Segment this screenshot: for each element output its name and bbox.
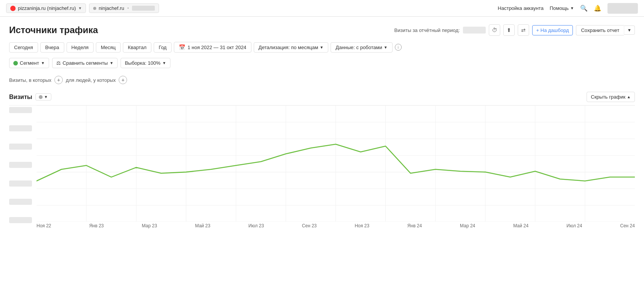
hide-chart-label: Скрыть график [591,94,625,100]
detail-chevron-icon: ▼ [320,45,323,49]
filter-yesterday[interactable]: Вчера [40,42,64,53]
filter-month[interactable]: Месяц [96,42,121,53]
chart-header: Визиты ▼ Скрыть график ▲ [9,92,635,102]
filter-bar: Сегодня Вчера Неделя Месяц Квартал Год 📅… [9,42,635,53]
nav-right: Настройка аккаунта Помощь ▼ 🔍 🔔 [498,3,638,14]
data-type-label: Данные: с роботами [336,45,382,50]
bell-icon[interactable]: 🔔 [594,5,601,12]
filter-quarter[interactable]: Квартал [123,42,151,53]
current-site-tab[interactable]: ninjachef.ru • [89,3,159,13]
filter-year[interactable]: Год [154,42,172,53]
condition-visits-text: Визиты, в которых [9,77,51,83]
chart-y-axis [9,105,37,231]
user-avatar[interactable] [607,3,638,14]
compare-segments-button[interactable]: ⚖ Сравнить сегменты ▼ [52,58,118,68]
help-chevron-icon: ▼ [570,6,574,10]
y-label-3 [9,144,32,150]
site-divider: • [127,5,129,11]
top-nav: pizzaninja.ru (ninjachef.ru) ▼ ninjachef… [0,0,644,17]
data-type-button[interactable]: Данные: с роботами ▼ [331,42,392,53]
save-report-button[interactable]: Сохранить отчет [576,25,624,35]
site-label: ninjachef.ru [99,5,124,11]
add-people-condition-button[interactable]: + [119,76,127,84]
segment-circle-icon [13,61,18,65]
chart-title: Визиты [9,94,32,101]
sample-chevron-icon: ▼ [162,61,166,65]
save-report-dropdown-button[interactable]: ▼ [624,26,635,35]
segment-label: Сегмент [20,60,39,66]
x-label-3: Май 23 [195,223,210,228]
date-range-button[interactable]: 📅 1 ноя 2022 — 31 окт 2024 [174,42,251,53]
info-icon[interactable]: i [395,44,402,51]
x-label-0: Ноя 22 [37,223,51,228]
segment-button[interactable]: Сегмент ▼ [9,58,49,68]
sample-button[interactable]: Выборка: 100% ▼ [121,58,170,68]
x-label-2: Мар 23 [142,223,157,228]
hide-chart-chevron-icon: ▲ [627,95,631,99]
history-button[interactable]: ⏱ [489,24,500,36]
segment-chevron-icon: ▼ [41,61,45,65]
condition-people-text: для людей, у которых [66,77,116,83]
logo-dot [10,6,16,11]
detail-label: Детализация: по месяцам [259,45,318,50]
y-label-5 [9,180,32,187]
x-label-8: Мар 24 [460,223,475,228]
settings-link[interactable]: Настройка аккаунта [498,5,544,11]
page-header: Источники трафика Визиты за отчётный пер… [9,24,635,36]
x-label-11: Сен 24 [620,223,635,228]
x-label-7: Янв 24 [407,223,422,228]
add-dashboard-button[interactable]: + На дашборд [532,25,573,35]
data-chevron-icon: ▼ [384,45,388,49]
y-label-6 [9,199,32,205]
y-label-4 [9,162,32,168]
chart-container: Ноя 22 Янв 23 Мар 23 Май 23 Июл 23 Сен 2… [9,105,635,231]
filter-week[interactable]: Неделя [67,42,94,53]
export-button[interactable]: ⬆ [503,24,515,36]
sample-label: Выборка: 100% [125,60,161,66]
segment-bar: Сегмент ▼ ⚖ Сравнить сегменты ▼ Выборка:… [9,58,635,68]
header-actions: Визиты за отчётный период: ⏱ ⬆ ⇄ + На да… [394,24,635,36]
logo-label: pizzaninja.ru (ninjachef.ru) [18,5,76,11]
hide-chart-button[interactable]: Скрыть график ▲ [587,92,635,102]
chart-metric-selector[interactable]: ▼ [35,93,51,101]
visits-value [463,27,486,34]
calendar-icon: 📅 [179,44,185,50]
save-report-group: Сохранить отчет ▼ [576,25,635,35]
site-dot [93,7,96,10]
filter-today[interactable]: Сегодня [9,42,38,53]
compare-icon: ⚖ [56,60,61,66]
x-label-5: Сен 23 [302,223,317,228]
x-label-6: Ноя 23 [355,223,369,228]
chart-selector-chevron-icon: ▼ [44,95,48,99]
chart-x-axis: Ноя 22 Янв 23 Мар 23 Май 23 Июл 23 Сен 2… [37,222,635,231]
logo-chevron-icon: ▼ [78,6,82,10]
y-label-2 [9,125,32,131]
site-blurred [132,6,155,11]
visits-label: Визиты за отчётный период: [394,27,460,33]
compare-button[interactable]: ⇄ [518,24,529,36]
y-label-1 [9,107,32,113]
main-content: Источники трафика Визиты за отчётный пер… [0,17,644,238]
help-link[interactable]: Помощь ▼ [550,5,574,11]
y-label-7 [9,217,32,223]
x-label-9: Май 24 [513,223,528,228]
chart-title-area: Визиты ▼ [9,93,51,101]
chart-svg [37,105,635,222]
condition-row: Визиты, в которых + для людей, у которых… [9,76,635,84]
add-visits-condition-button[interactable]: + [54,76,63,84]
x-label-4: Июл 23 [248,223,264,228]
chart-metric-dot [39,95,43,99]
logo-tab[interactable]: pizzaninja.ru (ninjachef.ru) ▼ [6,3,86,13]
x-label-1: Янв 23 [89,223,103,228]
compare-label: Сравнить сегменты [63,60,108,66]
compare-chevron-icon: ▼ [110,61,113,65]
date-range-label: 1 ноя 2022 — 31 окт 2024 [188,45,246,50]
detail-button[interactable]: Детализация: по месяцам ▼ [254,42,329,53]
search-icon[interactable]: 🔍 [580,5,588,12]
chart-plot [37,105,635,222]
x-label-10: Июл 24 [566,223,582,228]
page-title: Источники трафика [9,25,98,35]
